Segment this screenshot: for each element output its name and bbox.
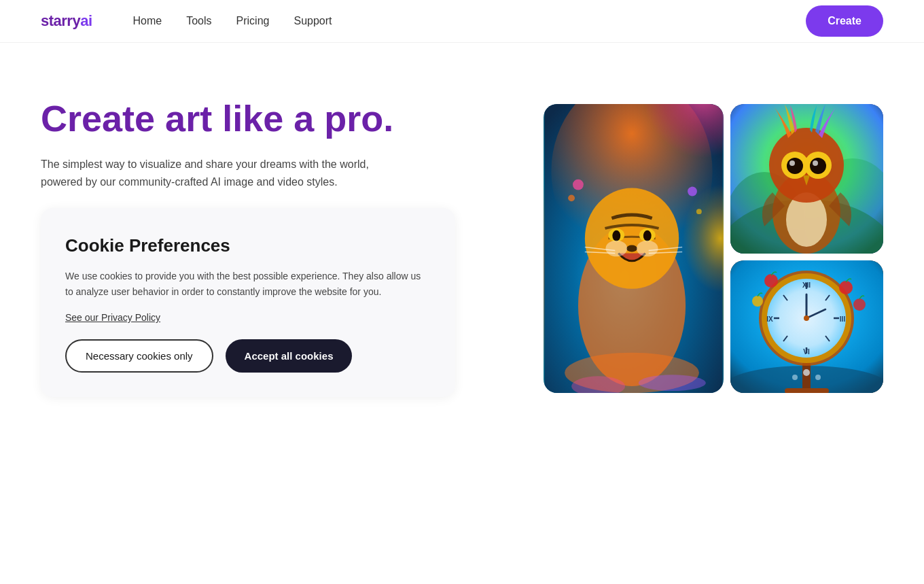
tiger-image-container — [544, 104, 724, 393]
navbar: starryai Home Tools Pricing Support Crea… — [0, 0, 924, 43]
svg-point-59 — [764, 274, 778, 288]
nav-cta: Create — [806, 5, 883, 37]
svg-point-33 — [787, 158, 803, 174]
svg-point-9 — [643, 230, 652, 241]
cookie-preferences-panel: Cookie Preferences We use cookies to pro… — [41, 208, 455, 397]
svg-text:IX: IX — [766, 315, 773, 323]
svg-text:III: III — [840, 315, 846, 323]
clock-image: XII III VI IX — [730, 260, 883, 393]
tiger-image — [544, 104, 724, 393]
svg-point-58 — [804, 315, 809, 321]
svg-point-35 — [789, 160, 795, 166]
nav-link-pricing[interactable]: Pricing — [236, 15, 270, 27]
privacy-policy-link[interactable]: See our Privacy Policy — [65, 312, 431, 323]
svg-point-19 — [688, 187, 697, 196]
logo-part2: ai — [80, 12, 92, 29]
svg-point-10 — [626, 245, 637, 252]
clock-svg: XII III VI IX — [730, 260, 883, 393]
svg-point-5 — [585, 188, 679, 289]
svg-point-60 — [839, 281, 853, 294]
hero-subtitle: The simplest way to visualize and share … — [41, 156, 408, 192]
clock-image-container: XII III VI IX — [730, 260, 883, 393]
svg-point-62 — [853, 298, 866, 311]
svg-point-20 — [696, 209, 702, 214]
svg-point-36 — [813, 160, 818, 166]
svg-point-63 — [803, 369, 810, 376]
necessary-cookies-button[interactable]: Necessary cookies only — [65, 339, 213, 373]
nav-link-home[interactable]: Home — [133, 15, 162, 27]
nav-link-tools[interactable]: Tools — [186, 15, 211, 27]
logo-part1: starry — [41, 12, 80, 29]
nav-link-support[interactable]: Support — [294, 15, 332, 27]
svg-point-23 — [639, 375, 706, 391]
svg-point-12 — [637, 241, 658, 257]
hero-title: Create art like a pro. — [41, 97, 455, 139]
accept-all-cookies-button[interactable]: Accept all cookies — [226, 339, 353, 373]
svg-point-61 — [752, 296, 763, 307]
svg-point-18 — [568, 194, 575, 201]
svg-point-17 — [573, 179, 584, 190]
logo-text: starryai — [41, 12, 92, 30]
left-panel: Create art like a pro. The simplest way … — [41, 97, 455, 397]
cookie-description: We use cookies to provide you with the b… — [65, 269, 431, 300]
nav-links: Home Tools Pricing Support — [133, 15, 883, 27]
svg-rect-40 — [785, 388, 829, 393]
svg-point-11 — [605, 241, 627, 257]
image-grid: XII III VI IX — [544, 104, 883, 393]
svg-point-64 — [792, 375, 798, 380]
nav-item-home[interactable]: Home — [133, 15, 162, 27]
main-content: Create art like a pro. The simplest way … — [0, 43, 924, 572]
logo[interactable]: starryai — [41, 12, 92, 30]
nav-item-support[interactable]: Support — [294, 15, 332, 27]
svg-point-65 — [815, 375, 821, 380]
owl-image-container — [730, 104, 883, 254]
cookie-buttons: Necessary cookies only Accept all cookie… — [65, 339, 431, 373]
nav-item-pricing[interactable]: Pricing — [236, 15, 270, 27]
tiger-svg — [544, 104, 724, 393]
svg-point-8 — [612, 230, 620, 241]
nav-item-tools[interactable]: Tools — [186, 15, 211, 27]
svg-point-34 — [810, 158, 826, 174]
owl-image — [730, 104, 883, 254]
create-button[interactable]: Create — [806, 5, 883, 37]
cookie-title: Cookie Preferences — [65, 235, 431, 256]
owl-svg — [730, 104, 883, 254]
right-panel: XII III VI IX — [496, 97, 883, 393]
